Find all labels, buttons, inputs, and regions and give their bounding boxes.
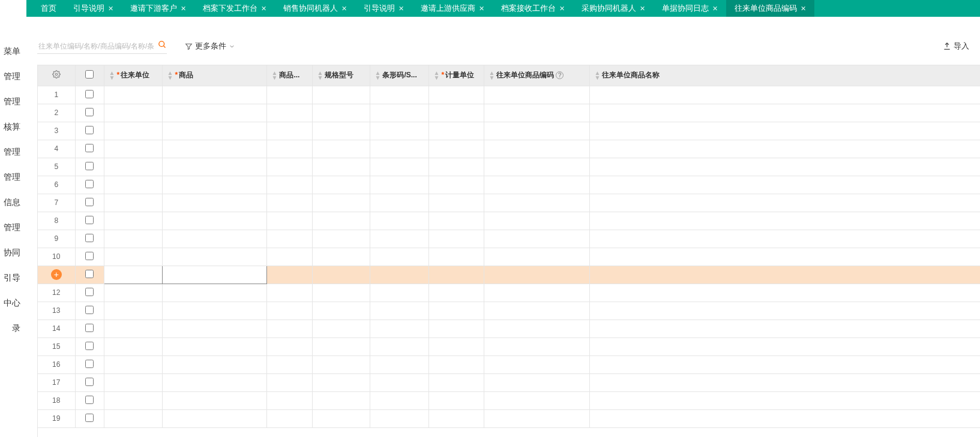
table-row[interactable]: 10: [38, 248, 980, 266]
cell-meas[interactable]: [428, 337, 484, 355]
cell-bar[interactable]: [370, 266, 428, 284]
cell-ucode[interactable]: [484, 320, 589, 337]
sidebar-item[interactable]: 菜单: [0, 38, 26, 64]
cell-uname[interactable]: [589, 391, 980, 409]
cell-ucode[interactable]: [484, 86, 589, 104]
table-row[interactable]: 1: [38, 86, 980, 104]
cell-bar[interactable]: [370, 337, 428, 355]
close-icon[interactable]: ✕: [398, 5, 404, 13]
sidebar-item[interactable]: 管理: [0, 139, 26, 164]
cell-unit[interactable]: [104, 373, 162, 391]
row-checkbox[interactable]: [85, 360, 94, 368]
cell-prod[interactable]: [162, 409, 266, 427]
search-icon[interactable]: [158, 40, 167, 51]
cell-prod[interactable]: [162, 158, 266, 176]
cell-spec[interactable]: [312, 409, 370, 427]
cell-prod[interactable]: [162, 284, 266, 302]
cell-spec[interactable]: [312, 140, 370, 158]
cell-bar[interactable]: [370, 409, 428, 427]
help-icon[interactable]: ?: [556, 71, 564, 79]
cell-spec[interactable]: [312, 320, 370, 337]
cell-bar[interactable]: [370, 248, 428, 266]
cell-uname[interactable]: [589, 409, 980, 427]
cell-meas[interactable]: [428, 104, 484, 122]
table-row[interactable]: +: [38, 266, 980, 284]
cell-prod[interactable]: [162, 86, 266, 104]
cell-bar[interactable]: [370, 284, 428, 302]
close-icon[interactable]: ✕: [559, 5, 565, 13]
tab[interactable]: 档案接收工作台✕: [493, 0, 573, 17]
more-conditions-button[interactable]: 更多条件: [185, 41, 235, 52]
cell-uname[interactable]: [589, 212, 980, 230]
cell-uname[interactable]: [589, 373, 980, 391]
cell-pcode[interactable]: [266, 337, 312, 355]
table-row[interactable]: 16: [38, 355, 980, 373]
cell-prod[interactable]: [162, 302, 266, 320]
cell-bar[interactable]: [370, 320, 428, 337]
cell-meas[interactable]: [428, 212, 484, 230]
tab[interactable]: 首页: [32, 0, 65, 17]
add-row-icon[interactable]: +: [51, 269, 62, 280]
cell-pcode[interactable]: [266, 212, 312, 230]
cell-prod[interactable]: [162, 248, 266, 266]
cell-ucode[interactable]: [484, 409, 589, 427]
cell-pcode[interactable]: [266, 355, 312, 373]
row-checkbox[interactable]: [85, 342, 94, 350]
row-checkbox[interactable]: [85, 378, 94, 386]
cell-pcode[interactable]: [266, 158, 312, 176]
cell-prod[interactable]: [162, 337, 266, 355]
cell-spec[interactable]: [312, 212, 370, 230]
cell-bar[interactable]: [370, 140, 428, 158]
table-row[interactable]: 12: [38, 284, 980, 302]
cell-bar[interactable]: [370, 355, 428, 373]
close-icon[interactable]: ✕: [261, 5, 266, 13]
table-row[interactable]: 14: [38, 320, 980, 337]
cell-uname[interactable]: [589, 320, 980, 337]
cell-meas[interactable]: [428, 373, 484, 391]
cell-meas[interactable]: [428, 284, 484, 302]
select-all-header[interactable]: [75, 65, 104, 86]
table-row[interactable]: 2: [38, 104, 980, 122]
cell-unit[interactable]: [104, 194, 162, 212]
cell-uname[interactable]: [589, 337, 980, 355]
cell-unit[interactable]: [104, 320, 162, 337]
sidebar-item[interactable]: 管理: [0, 89, 26, 114]
cell-unit[interactable]: [104, 302, 162, 320]
cell-bar[interactable]: [370, 104, 428, 122]
cell-prod[interactable]: [162, 373, 266, 391]
tab[interactable]: 档案下发工作台✕: [194, 0, 275, 17]
row-checkbox[interactable]: [85, 252, 94, 260]
cell-pcode[interactable]: [266, 248, 312, 266]
table-row[interactable]: 8: [38, 212, 980, 230]
cell-bar[interactable]: [370, 176, 428, 194]
close-icon[interactable]: ✕: [801, 5, 806, 13]
cell-pcode[interactable]: [266, 284, 312, 302]
tab[interactable]: 邀请上游供应商✕: [412, 0, 493, 17]
cell-ucode[interactable]: [484, 248, 589, 266]
close-icon[interactable]: ✕: [181, 5, 186, 13]
tab[interactable]: 往来单位商品编码✕: [726, 0, 814, 17]
cell-pcode[interactable]: [266, 409, 312, 427]
cell-meas[interactable]: [428, 86, 484, 104]
cell-meas[interactable]: [428, 391, 484, 409]
cell-uname[interactable]: [589, 355, 980, 373]
row-checkbox[interactable]: [85, 162, 94, 170]
cell-meas[interactable]: [428, 320, 484, 337]
table-row[interactable]: 4: [38, 140, 980, 158]
search-input[interactable]: [37, 38, 167, 54]
cell-unit[interactable]: [104, 140, 162, 158]
cell-prod[interactable]: [162, 391, 266, 409]
cell-prod[interactable]: [162, 320, 266, 337]
row-checkbox[interactable]: [85, 414, 94, 422]
cell-spec[interactable]: [312, 158, 370, 176]
cell-ucode[interactable]: [484, 158, 589, 176]
table-row[interactable]: 13: [38, 302, 980, 320]
cell-unit[interactable]: [104, 337, 162, 355]
cell-meas[interactable]: [428, 176, 484, 194]
cell-pcode[interactable]: [266, 140, 312, 158]
column-header-uname[interactable]: ▲▼往来单位商品名称: [589, 65, 980, 86]
cell-ucode[interactable]: [484, 337, 589, 355]
cell-pcode[interactable]: [266, 104, 312, 122]
cell-spec[interactable]: [312, 266, 370, 284]
cell-prod[interactable]: [162, 194, 266, 212]
